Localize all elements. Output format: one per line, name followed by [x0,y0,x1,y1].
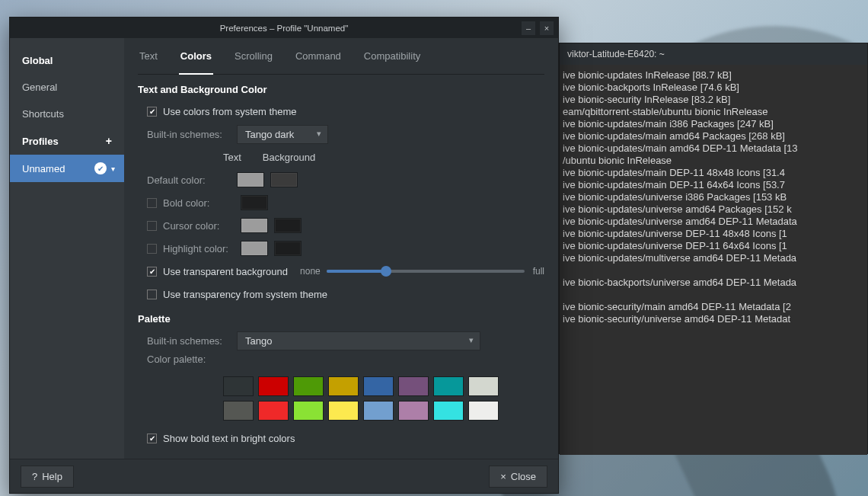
swatch-highlight-bg[interactable] [274,241,302,256]
label-use-system-theme: Use colors from system theme [163,106,297,117]
dialog-sidebar: Global General Shortcuts Profiles + Unna… [10,38,124,459]
check-icon: ✔ [94,162,107,174]
label-color-palette: Color palette: [147,354,231,365]
swatch-highlight-text[interactable] [241,241,268,256]
slider-min-label: none [300,266,321,277]
label-builtin-schemes: Built-in schemes: [147,129,231,140]
swatch-default-bg[interactable] [270,172,298,187]
label-highlight-color: Highlight color: [163,243,235,254]
sidebar-item-general[interactable]: General [10,74,124,101]
palette-swatch-12[interactable] [363,401,394,421]
palette-swatch-7[interactable] [468,376,499,396]
palette-swatch-4[interactable] [363,376,394,396]
minimize-button[interactable]: – [522,21,535,35]
checkbox-cursor-color[interactable] [147,221,157,231]
palette-swatch-10[interactable] [293,401,324,421]
terminal-title: viktor-Latitude-E6420: ~ [560,43,867,65]
swatch-default-text[interactable] [237,172,264,187]
chevron-down-icon[interactable]: ▾ [111,165,115,173]
help-icon: ? [32,471,37,482]
tab-scrolling[interactable]: Scrolling [233,49,274,68]
tab-compatibility[interactable]: Compatibility [362,49,422,68]
palette-swatch-14[interactable] [433,401,464,421]
sidebar-item-label: Unnamed [22,163,65,174]
swatch-cursor-text[interactable] [241,218,268,233]
tab-text[interactable]: Text [138,49,159,68]
palette-swatch-6[interactable] [433,376,464,396]
col-head-bg: Background [263,152,315,163]
checkbox-transparency-system[interactable] [147,290,157,299]
section-palette: Palette [138,313,544,325]
checkbox-bold-color[interactable] [147,198,157,208]
sidebar-item-profile-unnamed[interactable]: Unnamed ✔ ▾ [10,155,124,182]
label-default-color: Default color: [147,174,231,186]
sidebar-item-shortcuts[interactable]: Shortcuts [10,101,124,127]
terminal-window: viktor-Latitude-E6420: ~ ive bionic-upda… [559,43,868,454]
palette-swatch-9[interactable] [258,401,289,421]
label-transparent-bg: Use transparent background [163,266,288,277]
checkbox-use-system-theme[interactable] [147,107,157,117]
checkbox-bold-bright[interactable] [147,434,157,443]
swatch-cursor-bg[interactable] [274,218,302,233]
palette-swatch-0[interactable] [223,376,254,396]
section-text-bg: Text and Background Color [138,84,544,95]
label-cursor-color: Cursor color: [163,220,235,232]
palette-swatch-1[interactable] [258,376,289,396]
dialog-content: Text Colors Scrolling Command Compatibil… [124,38,558,459]
dialog-titlebar: Preferences – Profile "Unnamed" – × [10,18,558,38]
tab-bar: Text Colors Scrolling Command Compatibil… [138,49,544,75]
swatch-bold-text[interactable] [241,195,268,210]
terminal-output: ive bionic-updates InRelease [88.7 kB] i… [560,65,867,455]
transparency-slider[interactable] [327,270,525,273]
checkbox-highlight-color[interactable] [147,244,157,254]
label-transparency-system: Use transparency from system theme [163,289,327,300]
dialog-footer: ? Help × Close [10,459,558,493]
tab-colors[interactable]: Colors [179,49,213,75]
close-button[interactable]: × Close [489,466,547,488]
palette-swatch-3[interactable] [328,376,359,396]
preferences-dialog: Preferences – Profile "Unnamed" – × Glob… [9,17,559,494]
add-profile-button[interactable]: + [106,135,112,147]
tab-command[interactable]: Command [294,49,343,68]
close-window-button[interactable]: × [540,21,554,35]
label-palette-builtin: Built-in schemes: [147,335,231,347]
col-head-text: Text [223,152,241,163]
combo-builtin-scheme[interactable]: Tango dark [237,125,328,144]
palette-swatch-8[interactable] [223,401,254,421]
label-bold-bright: Show bold text in bright colors [163,433,295,444]
combo-palette-scheme[interactable]: Tango [237,331,480,350]
label-bold-color: Bold color: [163,197,235,209]
palette-swatch-5[interactable] [398,376,429,396]
slider-max-label: full [533,266,544,277]
palette-swatch-2[interactable] [293,376,324,396]
sidebar-head-profiles: Profiles + [10,127,124,155]
dialog-title: Preferences – Profile "Unnamed" [220,24,349,33]
close-icon: × [500,471,506,482]
checkbox-transparent-bg[interactable] [147,267,157,277]
sidebar-head-global: Global [10,47,124,74]
palette-grid [223,376,544,421]
palette-swatch-11[interactable] [328,401,359,421]
palette-swatch-15[interactable] [468,401,499,421]
palette-swatch-13[interactable] [398,401,429,421]
help-button[interactable]: ? Help [21,466,74,488]
